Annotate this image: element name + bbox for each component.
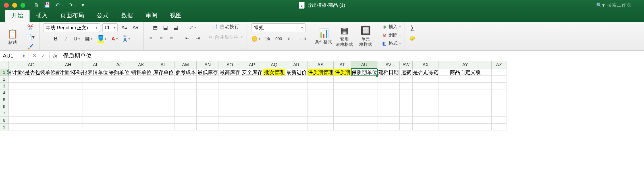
tab-1[interactable]: 插入 xyxy=(30,10,54,22)
cell-AW3[interactable] xyxy=(400,83,413,89)
qat-customize-icon[interactable]: ▾ xyxy=(82,2,84,8)
col-header-AZ[interactable]: AZ xyxy=(492,61,506,69)
cell-AM2[interactable] xyxy=(174,76,197,83)
cell-AM6[interactable] xyxy=(174,103,197,110)
cell-AK6[interactable] xyxy=(130,103,152,110)
cell-AK4[interactable] xyxy=(130,89,152,96)
cell-AU7[interactable] xyxy=(351,110,377,117)
col-header-AS[interactable]: AS xyxy=(308,61,334,69)
phonetic-button[interactable]: abcA xyxy=(121,35,131,43)
cell-AR9[interactable] xyxy=(285,124,308,130)
row-header-7[interactable]: 7 xyxy=(0,110,9,117)
cell-AW4[interactable] xyxy=(400,89,413,96)
cell-AO2[interactable] xyxy=(219,76,241,83)
cell-AY6[interactable] xyxy=(439,103,492,110)
cell-AM4[interactable] xyxy=(174,89,197,96)
cell-AN5[interactable] xyxy=(197,96,219,103)
font-color-button[interactable]: A xyxy=(110,35,119,43)
cancel-formula-button[interactable]: ✕ xyxy=(32,52,37,59)
number-format-select[interactable]: 常规▾ xyxy=(252,23,306,32)
cell-AV2[interactable] xyxy=(377,76,400,83)
cell-AS5[interactable] xyxy=(308,96,334,103)
col-header-AI[interactable]: AI xyxy=(82,61,108,69)
cell-AY2[interactable] xyxy=(439,76,492,83)
cell-AY3[interactable] xyxy=(439,83,492,89)
cell-AN9[interactable] xyxy=(197,124,219,130)
cell-AK3[interactable] xyxy=(130,83,152,89)
cell-AZ8[interactable] xyxy=(492,117,506,124)
cell-AO5[interactable] xyxy=(219,96,241,103)
cell-AM5[interactable] xyxy=(174,96,197,103)
cell-AL6[interactable] xyxy=(152,103,174,110)
cell-AH1[interactable]: 辅计量4条码 xyxy=(54,69,82,76)
cell-AO6[interactable] xyxy=(219,103,241,110)
search-input[interactable] xyxy=(607,2,641,8)
cell-AP8[interactable] xyxy=(241,117,263,124)
cell-AT7[interactable] xyxy=(334,110,351,117)
tab-4[interactable]: 数据 xyxy=(115,10,139,22)
cell-AS8[interactable] xyxy=(308,117,334,124)
col-header-AL[interactable]: AL xyxy=(152,61,174,69)
undo-button[interactable]: ↶ xyxy=(55,2,63,8)
cell-AH4[interactable] xyxy=(54,89,82,96)
cell-AU9[interactable] xyxy=(351,124,377,130)
cell-AK2[interactable] xyxy=(130,76,152,83)
cell-AR8[interactable] xyxy=(285,117,308,124)
cell-AL9[interactable] xyxy=(152,124,174,130)
bold-button[interactable]: B xyxy=(52,35,60,43)
percent-button[interactable]: % xyxy=(264,35,272,43)
cell-AS7[interactable] xyxy=(308,110,334,117)
cell-AK5[interactable] xyxy=(130,96,152,103)
cell-AV7[interactable] xyxy=(377,110,400,117)
cell-AU1[interactable]: 保质期单位 xyxy=(351,69,377,76)
cell-AP2[interactable] xyxy=(241,76,263,83)
row-header-9[interactable]: 9 xyxy=(0,124,9,130)
cell-AI3[interactable] xyxy=(82,83,108,89)
cell-AI8[interactable] xyxy=(82,117,108,124)
tab-5[interactable]: 审阅 xyxy=(139,10,164,22)
cell-AG1[interactable]: 辅计量4是否包装单位 xyxy=(9,69,54,76)
cell-AV4[interactable] xyxy=(377,89,400,96)
cell-AQ3[interactable] xyxy=(263,83,285,89)
increase-font-button[interactable]: A▴ xyxy=(120,24,129,32)
cell-AZ6[interactable] xyxy=(492,103,506,110)
cell-AW9[interactable] xyxy=(400,124,413,130)
cell-AJ3[interactable] xyxy=(108,83,130,89)
save-as-icon[interactable]: 🗎 xyxy=(34,2,39,8)
underline-button[interactable]: U xyxy=(72,35,81,43)
cell-AX9[interactable] xyxy=(413,124,439,130)
cell-AN8[interactable] xyxy=(197,117,219,124)
cell-AN3[interactable] xyxy=(197,83,219,89)
cell-AR6[interactable] xyxy=(285,103,308,110)
cell-AN4[interactable] xyxy=(197,89,219,96)
cell-AH3[interactable] xyxy=(54,83,82,89)
cell-AX6[interactable] xyxy=(413,103,439,110)
cell-AV3[interactable] xyxy=(377,83,400,89)
col-header-AU[interactable]: AU xyxy=(351,61,377,69)
cell-AS3[interactable] xyxy=(308,83,334,89)
cell-AW8[interactable] xyxy=(400,117,413,124)
cell-AY4[interactable] xyxy=(439,89,492,96)
cell-AQ8[interactable] xyxy=(263,117,285,124)
cell-AN7[interactable] xyxy=(197,110,219,117)
cell-AG8[interactable] xyxy=(9,117,54,124)
cell-AX3[interactable] xyxy=(413,83,439,89)
cell-AM8[interactable] xyxy=(174,117,197,124)
cell-AZ5[interactable] xyxy=(492,96,506,103)
cell-AM3[interactable] xyxy=(174,83,197,89)
cell-AJ9[interactable] xyxy=(108,124,130,130)
cell-AW1[interactable]: 运费 xyxy=(400,69,413,76)
cell-AY5[interactable] xyxy=(439,96,492,103)
cell-AI9[interactable] xyxy=(82,124,108,130)
col-header-AP[interactable]: AP xyxy=(241,61,263,69)
cell-AY9[interactable] xyxy=(439,124,492,130)
delete-cells-button[interactable]: ⊖删除▾ xyxy=(382,32,401,39)
cell-AR3[interactable] xyxy=(285,83,308,89)
cell-AT6[interactable] xyxy=(334,103,351,110)
copy-button[interactable]: 📄▾ xyxy=(24,33,36,41)
cell-AI5[interactable] xyxy=(82,96,108,103)
cell-AW5[interactable] xyxy=(400,96,413,103)
cell-AP7[interactable] xyxy=(241,110,263,117)
cell-AP1[interactable]: 安全库存 xyxy=(241,69,263,76)
cell-AQ7[interactable] xyxy=(263,110,285,117)
